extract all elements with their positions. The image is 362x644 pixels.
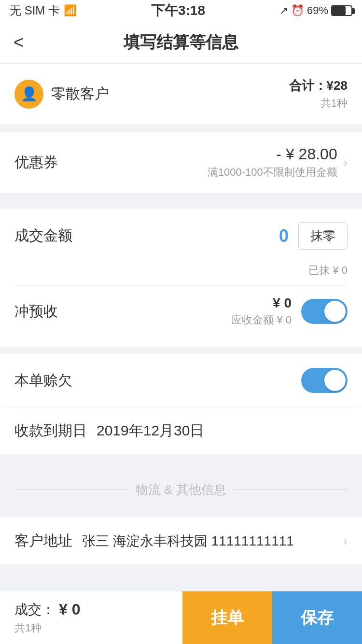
total-count: 共1种 <box>289 96 348 111</box>
address-section[interactable]: 客户地址 张三 海淀永丰科技园 11111111111 › <box>0 518 362 564</box>
save-button[interactable]: 保存 <box>272 591 362 644</box>
total-amount: 合计：¥28 <box>289 77 348 94</box>
bottom-count: 共1种 <box>14 621 168 635</box>
logistics-section: 物流 & 其他信息 <box>0 470 362 510</box>
debt-section: 本单赊欠 <box>0 354 362 406</box>
bottom-deal-amount: ¥ 0 <box>59 601 80 618</box>
section-gap-4 <box>0 510 362 518</box>
bottom-deal-label: 成交： <box>14 601 55 619</box>
deal-sub-text: 已抹 ¥ 0 <box>14 263 348 285</box>
battery-percent: 69% <box>307 4 328 17</box>
customer-name: 零散客户 <box>51 84 109 104</box>
coupon-right: - ¥ 28.00 满1000-100不限制使用金额 › <box>208 145 348 180</box>
customer-row: 👤 零散客户 合计：¥28 共1种 <box>0 64 362 124</box>
prepay-row: 冲预收 ¥ 0 应收金额 ¥ 0 <box>14 285 348 337</box>
battery-icon <box>331 5 352 16</box>
page-title: 填写结算等信息 <box>124 31 238 54</box>
prepay-label: 冲预收 <box>14 302 58 322</box>
coupon-label: 优惠券 <box>14 153 58 172</box>
alarm-icon: ⏰ <box>291 4 304 17</box>
due-date-section: 收款到期日 2019年12月30日 <box>0 407 362 454</box>
bottom-info: 成交： ¥ 0 共1种 <box>0 601 182 635</box>
location-icon: ↗ <box>279 4 288 17</box>
customer-right: 合计：¥28 共1种 <box>289 77 348 111</box>
pending-button[interactable]: 挂单 <box>182 591 272 644</box>
content: 👤 零散客户 合计：¥28 共1种 优惠券 - ¥ 28.00 满1000-10… <box>0 64 362 644</box>
logistics-label: 物流 & 其他信息 <box>136 481 226 498</box>
coupon-desc: 满1000-100不限制使用金额 <box>208 165 337 180</box>
section-gap-1 <box>0 201 362 209</box>
customer-left: 👤 零散客户 <box>14 80 109 109</box>
prepay-toggle-knob <box>324 301 346 322</box>
coupon-card[interactable]: 优惠券 - ¥ 28.00 满1000-100不限制使用金额 › <box>0 132 362 193</box>
battery-fill <box>332 6 346 15</box>
avatar-icon: 👤 <box>21 86 38 102</box>
nav-bar: < 填写结算等信息 <box>0 21 362 64</box>
coupon-discount: - ¥ 28.00 <box>208 145 337 163</box>
address-value: 张三 海淀永丰科技园 11111111111 <box>82 532 343 550</box>
avatar: 👤 <box>14 80 43 109</box>
wifi-icon: 📶 <box>64 4 77 17</box>
deal-amount-row: 成交金额 抹零 <box>14 209 348 263</box>
status-bar: 无 SIM 卡 📶 下午3:18 ↗ ⏰ 69% <box>0 0 362 21</box>
back-button[interactable]: < <box>14 32 24 53</box>
due-date-value: 2019年12月30日 <box>97 421 204 441</box>
bottom-spacer <box>0 572 362 591</box>
prepay-amount: ¥ 0 <box>231 295 292 311</box>
prepay-bottom-spacer <box>14 337 348 347</box>
bottom-deal-row: 成交： ¥ 0 <box>14 601 168 619</box>
bottom-bar: 成交： ¥ 0 共1种 挂单 保存 <box>0 591 362 644</box>
status-left: 无 SIM 卡 📶 <box>10 3 77 18</box>
debt-toggle-knob <box>324 370 346 391</box>
customer-card: 👤 零散客户 合计：¥28 共1种 <box>0 64 362 124</box>
status-right: ↗ ⏰ 69% <box>279 4 352 17</box>
prepay-right: ¥ 0 应收金额 ¥ 0 <box>231 295 348 327</box>
deal-amount-input[interactable] <box>250 226 289 246</box>
coupon-right-block: - ¥ 28.00 满1000-100不限制使用金额 <box>208 145 337 180</box>
coupon-chevron-icon: › <box>343 155 348 170</box>
deal-section: 成交金额 抹零 已抹 ¥ 0 冲预收 ¥ 0 应收金额 ¥ 0 <box>0 209 362 347</box>
prepay-amounts: ¥ 0 应收金额 ¥ 0 <box>231 295 292 327</box>
sim-label: 无 SIM 卡 <box>10 3 60 18</box>
address-card[interactable]: 客户地址 张三 海淀永丰科技园 11111111111 › <box>0 518 362 564</box>
debt-toggle[interactable] <box>301 368 348 393</box>
debt-label: 本单赊欠 <box>14 371 72 391</box>
section-gap-3 <box>0 462 362 470</box>
deal-amount-label: 成交金额 <box>14 226 72 246</box>
due-date-label: 收款到期日 <box>14 421 87 441</box>
prepay-toggle[interactable] <box>301 299 348 324</box>
coupon-row[interactable]: 优惠券 - ¥ 28.00 满1000-100不限制使用金额 › <box>0 132 362 193</box>
deal-amount-right: 抹零 <box>250 222 348 250</box>
debt-card: 本单赊欠 收款到期日 2019年12月30日 <box>0 354 362 454</box>
logistics-line: 物流 & 其他信息 <box>14 481 348 498</box>
due-date-row: 收款到期日 2019年12月30日 <box>14 421 348 441</box>
address-chevron-icon: › <box>343 533 348 549</box>
round-off-button[interactable]: 抹零 <box>298 222 348 250</box>
prepay-receivable: 应收金额 ¥ 0 <box>231 313 292 327</box>
section-gap-2 <box>0 347 362 354</box>
status-time: 下午3:18 <box>151 1 205 20</box>
address-label: 客户地址 <box>14 531 72 551</box>
